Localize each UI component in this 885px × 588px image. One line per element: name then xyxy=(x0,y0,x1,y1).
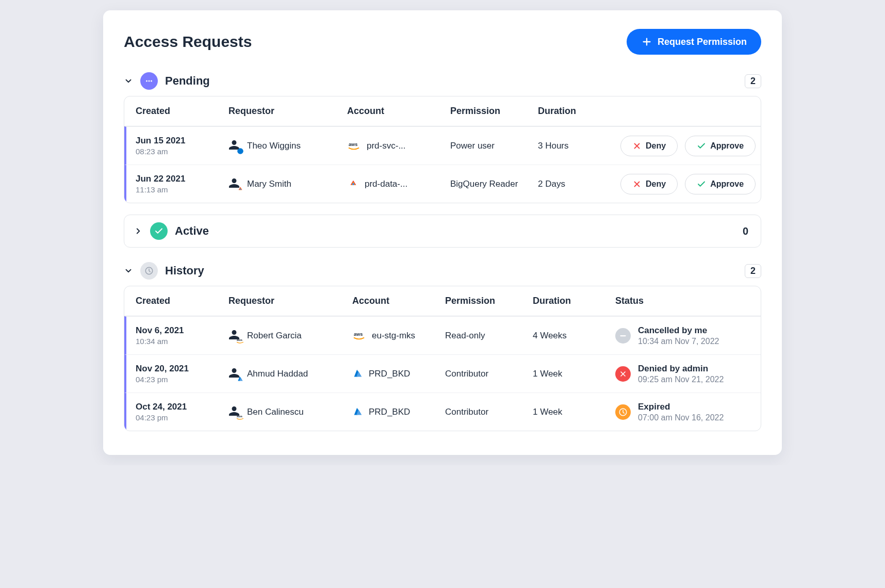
status-cell: Expired07:00 am Nov 16, 2022 xyxy=(615,402,749,422)
request-permission-label: Request Permission xyxy=(658,37,747,47)
history-table-header: Created Requestor Account Permission Dur… xyxy=(124,286,761,316)
person-icon xyxy=(228,367,242,381)
col-created: Created xyxy=(136,106,228,117)
permission-cell: Power user xyxy=(450,141,538,151)
person-icon xyxy=(228,177,242,191)
azure-icon xyxy=(352,406,364,418)
deny-button[interactable]: Deny xyxy=(620,174,678,194)
azure-icon xyxy=(237,375,244,383)
col-permission: Permission xyxy=(450,106,538,117)
page-title: Access Requests xyxy=(124,33,252,51)
section-header-pending[interactable]: Pending 2 xyxy=(124,69,761,96)
permission-cell: BigQuery Reader xyxy=(450,179,538,189)
gcp-icon xyxy=(347,178,359,190)
person-icon xyxy=(228,329,242,342)
deny-button[interactable]: Deny xyxy=(620,136,678,156)
access-requests-window: Access Requests Request Permission Pendi… xyxy=(103,10,782,455)
chevron-right-icon[interactable] xyxy=(134,226,143,236)
person-icon xyxy=(228,405,242,419)
col-account: Account xyxy=(347,106,450,117)
pending-icon xyxy=(140,72,158,90)
active-count: 0 xyxy=(743,225,751,237)
x-icon xyxy=(632,179,642,189)
pending-panel: Created Requestor Account Permission Dur… xyxy=(124,96,761,203)
active-icon xyxy=(150,222,168,240)
section-header-active[interactable]: Active 0 xyxy=(134,222,751,240)
approve-button[interactable]: Approve xyxy=(685,136,756,156)
account-cell: prd-data-... xyxy=(347,178,450,190)
azure-ad-icon xyxy=(237,148,244,155)
request-permission-button[interactable]: Request Permission xyxy=(627,29,761,55)
section-header-history[interactable]: History 2 xyxy=(124,259,761,286)
history-icon xyxy=(140,262,158,280)
requestor-cell: Mary Smith xyxy=(228,177,347,191)
duration-cell: 3 Hours xyxy=(538,141,620,151)
created-cell: Jun 15 2021 08:23 am xyxy=(136,136,228,156)
plus-icon xyxy=(641,36,652,47)
gcp-icon xyxy=(237,186,244,193)
aws-icon xyxy=(352,330,367,341)
history-count: 2 xyxy=(745,264,761,278)
section-title-history: History xyxy=(165,264,204,277)
approve-button[interactable]: Approve xyxy=(685,174,756,194)
pending-row: Jun 22 2021 11:13 am Mary Smith prd-data… xyxy=(124,165,761,203)
pending-table-header: Created Requestor Account Permission Dur… xyxy=(124,96,761,126)
history-panel: Created Requestor Account Permission Dur… xyxy=(124,286,761,431)
section-title-pending: Pending xyxy=(165,74,210,88)
aws-icon xyxy=(237,337,244,345)
svg-point-6 xyxy=(237,148,243,154)
chevron-down-icon[interactable] xyxy=(124,266,133,275)
check-icon xyxy=(697,179,706,189)
pending-count: 2 xyxy=(745,74,761,88)
check-icon xyxy=(697,141,706,151)
section-title-active: Active xyxy=(175,224,209,238)
history-row: Oct 24, 202104:23 pm Ben Calinescu PRD_B… xyxy=(124,393,761,431)
row-actions: Deny Approve xyxy=(620,136,756,156)
header: Access Requests Request Permission xyxy=(124,29,761,55)
col-duration: Duration xyxy=(538,106,620,117)
azure-icon xyxy=(352,368,364,380)
denied-icon xyxy=(615,366,631,382)
account-cell: prd-svc-... xyxy=(347,140,450,152)
created-cell: Jun 22 2021 11:13 am xyxy=(136,174,228,194)
col-account: Account xyxy=(352,296,445,306)
person-icon xyxy=(228,139,242,153)
col-status: Status xyxy=(615,296,749,306)
cancelled-icon xyxy=(615,328,631,344)
col-duration: Duration xyxy=(533,296,615,306)
pending-row: Jun 15 2021 08:23 am Theo Wiggins prd-sv… xyxy=(124,126,761,165)
aws-icon xyxy=(237,414,244,421)
history-row: Nov 20, 202104:23 pm Ahmud Haddad PRD_BK… xyxy=(124,354,761,393)
status-cell: Denied by admin09:25 am Nov 21, 2022 xyxy=(615,364,749,384)
col-permission: Permission xyxy=(445,296,533,306)
col-requestor: Requestor xyxy=(228,296,352,306)
status-cell: Cancelled by me10:34 am Nov 7, 2022 xyxy=(615,325,749,346)
x-icon xyxy=(632,141,642,151)
col-requestor: Requestor xyxy=(228,106,347,117)
expired-icon xyxy=(615,404,631,420)
col-created: Created xyxy=(136,296,228,306)
aws-icon xyxy=(347,140,362,152)
requestor-cell: Theo Wiggins xyxy=(228,139,347,153)
active-panel: Active 0 xyxy=(124,215,761,248)
duration-cell: 2 Days xyxy=(538,179,620,189)
chevron-down-icon[interactable] xyxy=(124,76,133,86)
history-row: Nov 6, 202110:34 am Robert Garcia eu-stg… xyxy=(124,316,761,354)
row-actions: Deny Approve xyxy=(620,174,756,194)
